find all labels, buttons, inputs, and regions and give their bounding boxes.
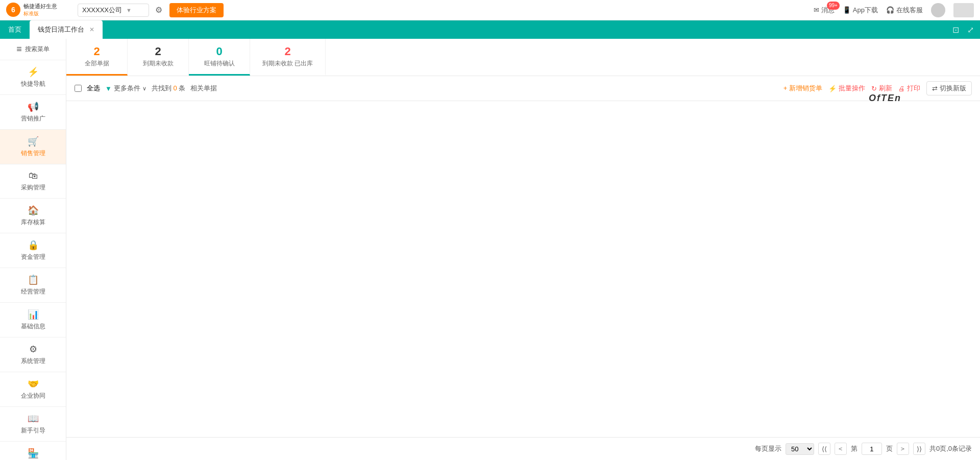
headset-icon: 🎧 (886, 6, 894, 14)
sidebar-marketing-label: 营销推广 (21, 114, 45, 123)
found-prefix: 共找到 (152, 84, 172, 92)
stat-label-wangpu: 旺铺待确认 (204, 59, 235, 68)
tab-close-icon[interactable]: ✕ (89, 20, 94, 39)
sidebar-guide-label: 新手引导 (21, 426, 45, 435)
basics-icon: 📊 (28, 309, 39, 320)
batch-button[interactable]: ⚡ 批量操作 (828, 84, 865, 93)
sidebar-item-search[interactable]: ≡ 搜索菜单 (0, 39, 66, 60)
page-unit: 页 (886, 444, 893, 453)
chevron-down-icon: ▼ (126, 7, 132, 13)
sidebar-system-label: 系统管理 (21, 357, 45, 366)
logo-sub: 标准版 (23, 10, 57, 17)
sidebar-item-appcenter[interactable]: 🏪 应用中心 (0, 442, 66, 460)
select-all-checkbox[interactable] (75, 85, 82, 92)
switch-icon: ⇄ (932, 85, 938, 92)
tab-actions: ⊡ ⤢ (950, 23, 980, 37)
batch-icon: ⚡ (828, 85, 837, 92)
user-menu[interactable] (953, 3, 974, 17)
avatar[interactable] (931, 3, 945, 17)
marketing-icon: 📢 (28, 101, 39, 112)
print-button[interactable]: 🖨 打印 (898, 84, 920, 93)
page-input[interactable]: 1 (862, 443, 882, 455)
message-icon: ✉ (814, 6, 819, 14)
per-page-select[interactable]: 50 20 100 (786, 443, 814, 455)
stat-label-shipped: 到期未收款 已出库 (262, 59, 313, 68)
stat-tab-all[interactable]: 2 全部单据 (66, 39, 128, 76)
total-records: 共0页,0条记录 (929, 444, 972, 453)
stat-tab-shipped[interactable]: 2 到期未收款 已出库 (250, 39, 326, 76)
print-icon: 🖨 (898, 85, 905, 92)
tab-qianhuoriqing[interactable]: 钱货日清工作台 ✕ (30, 20, 103, 39)
sidebar-finance-label: 资金管理 (21, 253, 45, 261)
content-area: 2 全部单据 2 到期未收款 0 旺铺待确认 2 到期未收款 已出库 全选 (66, 39, 980, 460)
app-icon: 📱 (843, 6, 851, 14)
header-right: ✉ 消息 99+ 📱 App下载 🎧 在线客服 (814, 3, 974, 17)
tab-expand-icon[interactable]: ⤢ (965, 23, 976, 37)
refresh-button[interactable]: ↻ 刷新 (871, 84, 892, 93)
company-selector[interactable]: XXXXXX公司 ▼ (78, 4, 149, 17)
top-header: 6 畅捷通好生意 标准版 XXXXXX公司 ▼ ⚙ 体验行业方案 ✉ 消息 99… (0, 0, 980, 20)
first-page-button[interactable]: ⟨⟨ (818, 443, 830, 455)
sidebar-item-sales[interactable]: 🛒 销售管理 (0, 130, 66, 164)
stat-label-all: 全部单据 (85, 59, 109, 68)
trial-button[interactable]: 体验行业方案 (169, 3, 224, 17)
sidebar-search-label: 搜索菜单 (25, 45, 50, 54)
online-service-item[interactable]: 🎧 在线客服 (886, 6, 923, 15)
sidebar-item-purchase[interactable]: 🛍 采购管理 (0, 164, 66, 199)
online-service-label: 在线客服 (896, 6, 923, 15)
prev-page-button[interactable]: ＜ (835, 443, 847, 455)
stat-label-overdue: 到期未收款 (143, 59, 174, 68)
next-page-button[interactable]: ＞ (897, 443, 909, 455)
logo-icon: 6 (6, 3, 20, 17)
often-text: OfTEn (869, 93, 901, 104)
stat-num-all: 2 (93, 45, 100, 58)
related-button[interactable]: 相关单据 (190, 84, 217, 93)
stat-num-overdue: 2 (155, 45, 161, 58)
sidebar-item-quicknav[interactable]: ⚡ 快捷导航 (0, 60, 66, 95)
stat-tab-overdue[interactable]: 2 到期未收款 (128, 39, 189, 76)
search-menu-icon: ≡ (16, 44, 22, 55)
toolbar: 全选 ▼ 更多条件 ∨ 共找到 0 条 相关单据 + 新增销货单 ⚡ 批量操作 (66, 76, 980, 101)
message-item[interactable]: ✉ 消息 99+ (814, 6, 835, 15)
main-layout: ≡ 搜索菜单 ⚡ 快捷导航 📢 营销推广 🛒 销售管理 🛍 采购管理 🏠 库存核… (0, 39, 980, 460)
app-download-label: App下载 (853, 6, 878, 15)
sidebar-sales-label: 销售管理 (21, 149, 45, 158)
switch-version-button[interactable]: ⇄ 切换新版 (926, 81, 972, 95)
tab-home[interactable]: 首页 (0, 20, 30, 39)
sidebar: ≡ 搜索菜单 ⚡ 快捷导航 📢 营销推广 🛒 销售管理 🛍 采购管理 🏠 库存核… (0, 39, 66, 460)
sidebar-item-enterprise[interactable]: 🤝 企业协同 (0, 372, 66, 407)
message-badge: 99+ (827, 2, 840, 10)
pagination-footer: 每页显示 50 20 100 ⟨⟨ ＜ 第 1 页 ＞ ⟩⟩ 共0页,0条记录 (66, 437, 980, 460)
sidebar-item-basics[interactable]: 📊 基础信息 (0, 303, 66, 337)
sidebar-item-guide[interactable]: 📖 新手引导 (0, 407, 66, 442)
sidebar-inventory-label: 库存核算 (21, 218, 45, 227)
purchase-icon: 🛍 (29, 171, 38, 181)
sidebar-item-system[interactable]: ⚙ 系统管理 (0, 337, 66, 372)
operations-icon: 📋 (28, 274, 39, 285)
sidebar-item-marketing[interactable]: 📢 营销推广 (0, 95, 66, 130)
logo-area: 6 畅捷通好生意 标准版 (6, 3, 72, 17)
home-tab-label: 首页 (8, 20, 21, 39)
refresh-label: 刷新 (879, 84, 892, 93)
sidebar-basics-label: 基础信息 (21, 322, 45, 331)
inventory-icon: 🏠 (28, 205, 39, 216)
sidebar-item-finance[interactable]: 🔒 资金管理 (0, 233, 66, 268)
settings-icon[interactable]: ⚙ (153, 3, 164, 17)
stat-tab-wangpu[interactable]: 0 旺铺待确认 (189, 39, 250, 76)
qianhuoriqing-tab-label: 钱货日清工作台 (38, 20, 84, 39)
company-name: XXXXXX公司 (82, 6, 122, 15)
add-sales-button[interactable]: + 新增销货单 (783, 84, 822, 93)
tab-minimize-icon[interactable]: ⊡ (950, 23, 961, 37)
last-page-button[interactable]: ⟩⟩ (913, 443, 925, 455)
filter-button[interactable]: ▼ 更多条件 ∨ (105, 84, 146, 93)
sidebar-item-inventory[interactable]: 🏠 库存核算 (0, 199, 66, 233)
finance-icon: 🔒 (28, 239, 39, 251)
stat-num-shipped: 2 (285, 45, 291, 58)
stats-tabs: 2 全部单据 2 到期未收款 0 旺铺待确认 2 到期未收款 已出库 (66, 39, 980, 76)
app-download-item[interactable]: 📱 App下载 (843, 6, 878, 15)
print-label: 打印 (907, 84, 920, 93)
refresh-icon: ↻ (871, 85, 877, 92)
nav-tabs: 首页 钱货日清工作台 ✕ ⊡ ⤢ (0, 20, 980, 39)
per-page-label: 每页显示 (755, 444, 781, 453)
sidebar-item-operations[interactable]: 📋 经营管理 (0, 268, 66, 303)
